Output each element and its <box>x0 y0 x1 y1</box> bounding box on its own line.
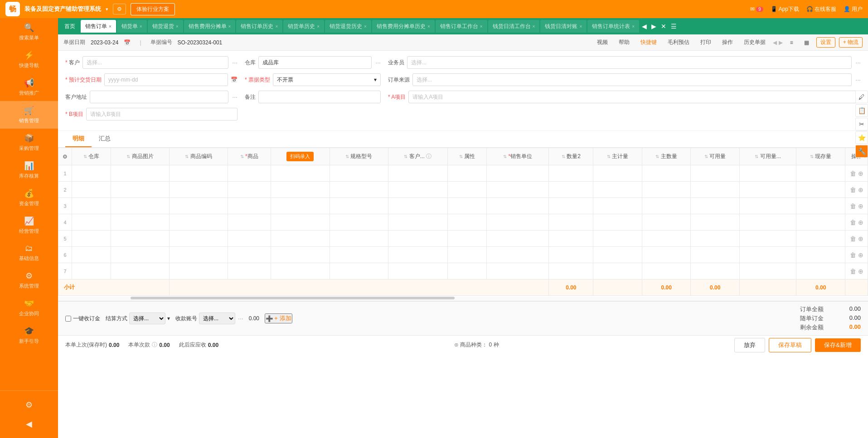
customer-input[interactable]: 选择... <box>82 56 228 69</box>
sidebar-item-5[interactable]: 📊 库存核算 <box>0 156 58 184</box>
row-5-qty2[interactable] <box>549 231 593 247</box>
row-6-delete-icon[interactable]: 🗑 <box>850 251 856 259</box>
tab-menu-button[interactable]: ☰ <box>669 23 679 30</box>
add-button[interactable]: ➕ + 添加 <box>265 313 292 323</box>
row-2-copy-icon[interactable]: ⊕ <box>858 186 863 193</box>
row-5-attrs[interactable] <box>447 231 486 247</box>
calendar-icon[interactable]: 📅 <box>124 39 131 46</box>
tab-close-7[interactable]: × <box>364 24 367 29</box>
settings-right-button[interactable]: 设置 <box>816 37 835 48</box>
row-6-code[interactable] <box>170 247 228 263</box>
sidebar-item-9[interactable]: ⚙ 系统管理 <box>0 266 58 294</box>
row-1-attrs[interactable] <box>447 165 486 182</box>
row-2-customer-col[interactable] <box>388 182 447 198</box>
tab-12[interactable]: 销售订单统计表× <box>587 20 639 33</box>
row-6-spec[interactable] <box>330 247 388 263</box>
float-btn-1[interactable]: 🖊 <box>855 91 868 103</box>
one-click-checkbox[interactable] <box>65 316 71 322</box>
float-btn-5[interactable]: 🔧 <box>855 145 868 158</box>
tab-close-10[interactable]: × <box>533 24 535 29</box>
customer-address-input[interactable] <box>90 91 228 103</box>
tab-8[interactable]: 销售费用分摊单历史× <box>372 20 435 33</box>
row-4-product[interactable] <box>228 214 271 231</box>
row-4-delete-icon[interactable]: 🗑 <box>850 219 856 226</box>
row-2-unit[interactable] <box>487 182 549 198</box>
sidebar-item-11[interactable]: 🎓 新手引导 <box>0 322 58 349</box>
online-service-button[interactable]: 🎧 在线客服 <box>806 5 836 13</box>
sidebar-settings[interactable]: ⚙ <box>0 395 58 414</box>
sidebar-item-1[interactable]: ⚡ 快捷导航 <box>0 46 58 73</box>
float-btn-3[interactable]: ✂ <box>855 118 868 130</box>
row-5-product[interactable] <box>228 231 271 247</box>
row-4-customer-col[interactable] <box>388 214 447 231</box>
row-6-unit[interactable] <box>487 247 549 263</box>
float-btn-2[interactable]: 📋 <box>855 104 868 117</box>
tab-prev-button[interactable]: ◀ <box>640 23 649 30</box>
a-project-input[interactable]: 请输入A项目 <box>408 91 861 103</box>
sidebar-item-6[interactable]: 💰 资金管理 <box>0 184 58 212</box>
warehouse-input[interactable]: 成品库 <box>258 56 372 69</box>
message-button[interactable]: ✉ 9 <box>750 6 763 12</box>
row-4-attrs[interactable] <box>447 214 486 231</box>
row-2-code[interactable] <box>170 182 228 198</box>
sidebar-item-8[interactable]: 🗂 基础信息 <box>0 239 58 266</box>
row-3-spec[interactable] <box>330 198 388 214</box>
print-button[interactable]: 打印 <box>697 38 715 47</box>
row-3-copy-icon[interactable]: ⊕ <box>858 202 863 210</box>
solution-button[interactable]: 体验行业方案 <box>131 3 175 15</box>
row-6-main-qty[interactable] <box>642 247 691 263</box>
delivery-calendar-icon[interactable]: 📅 <box>231 77 238 83</box>
profit-button[interactable]: 毛利预估 <box>664 38 693 47</box>
row-4-spec[interactable] <box>330 214 388 231</box>
sidebar-item-3[interactable]: 🛒 销售管理 <box>0 101 58 129</box>
logistics-button[interactable]: + 物流 <box>839 37 863 48</box>
order-source-dots-button[interactable]: ··· <box>855 76 861 83</box>
row-4-code[interactable] <box>170 214 228 231</box>
row-3-warehouse[interactable] <box>72 198 111 214</box>
row-1-qty2[interactable] <box>549 165 593 182</box>
row-7-copy-icon[interactable]: ⊕ <box>858 268 863 275</box>
row-7-qty2[interactable] <box>549 263 593 279</box>
row-1-delete-icon[interactable]: 🗑 <box>850 170 856 177</box>
sidebar-item-4[interactable]: 📦 采购管理 <box>0 129 58 156</box>
discard-button[interactable]: 放弃 <box>734 338 765 352</box>
row-1-spec[interactable] <box>330 165 388 182</box>
row-3-qty2[interactable] <box>549 198 593 214</box>
detail-tab-1[interactable]: 汇总 <box>92 131 118 147</box>
user-button[interactable]: 👤 用户 <box>844 5 863 13</box>
remarks-input[interactable] <box>258 91 381 103</box>
row-5-unit[interactable] <box>487 231 549 247</box>
row-6-copy-icon[interactable]: ⊕ <box>858 251 863 259</box>
row-2-qty2[interactable] <box>549 182 593 198</box>
row-2-product[interactable] <box>228 182 271 198</box>
tab-9[interactable]: 销售订单工作台× <box>436 20 487 33</box>
one-click-checkbox-label[interactable]: 一键收订金 <box>65 315 100 322</box>
shortcut-button[interactable]: 快捷键 <box>637 38 660 47</box>
row-3-product[interactable] <box>228 198 271 214</box>
row-7-product[interactable] <box>228 263 271 279</box>
row-2-attrs[interactable] <box>447 182 486 198</box>
row-5-spec[interactable] <box>330 231 388 247</box>
row-5-copy-icon[interactable]: ⊕ <box>858 235 863 242</box>
row-7-attrs[interactable] <box>447 263 486 279</box>
view-grid-button[interactable]: ▦ <box>800 39 813 47</box>
row-2-delete-icon[interactable]: 🗑 <box>850 186 856 193</box>
tab-close-8[interactable]: × <box>427 24 430 29</box>
tab-next-button[interactable]: ▶ <box>650 23 658 30</box>
row-2-warehouse[interactable] <box>72 182 111 198</box>
row-3-delete-icon[interactable]: 🗑 <box>850 202 856 210</box>
row-1-main-qty[interactable] <box>642 165 691 182</box>
tab-close-1[interactable]: × <box>109 24 112 29</box>
tab-close-6[interactable]: × <box>317 24 320 29</box>
b-project-input[interactable]: 请输入B项目 <box>86 108 238 120</box>
row-6-product[interactable] <box>228 247 271 263</box>
sidebar-item-7[interactable]: 📈 经营管理 <box>0 212 58 239</box>
detail-tab-0[interactable]: 明细 <box>65 131 92 147</box>
order-source-input[interactable]: 选择... <box>412 73 852 86</box>
tab-close-4[interactable]: × <box>228 24 231 29</box>
tab-close-5[interactable]: × <box>275 24 278 29</box>
app-download-button[interactable]: 📱 App下载 <box>771 5 799 13</box>
row-1-product[interactable] <box>228 165 271 182</box>
row-1-copy-icon[interactable]: ⊕ <box>858 170 863 177</box>
sidebar-item-10[interactable]: 🤝 企业协同 <box>0 294 58 322</box>
